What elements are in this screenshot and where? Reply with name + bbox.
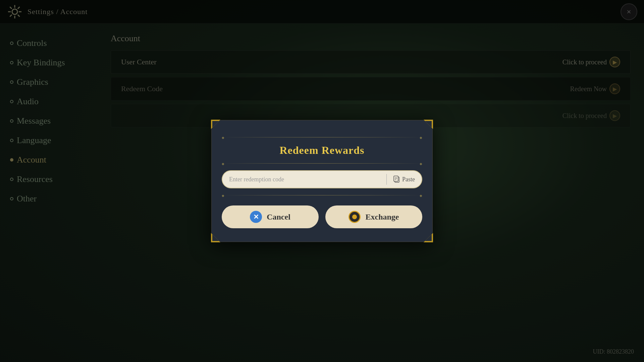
corner-tr	[424, 120, 433, 129]
exchange-button[interactable]: Exchange	[325, 205, 422, 228]
buttons-divider	[222, 195, 422, 195]
corner-bl	[211, 233, 220, 242]
svg-marker-14	[212, 234, 219, 241]
redeem-modal: Redeem Rewards Paste ✕ Cancel Exchange	[211, 120, 433, 242]
corner-br	[424, 233, 433, 242]
bottom-divider	[222, 163, 422, 164]
code-input-wrapper: Paste	[222, 170, 422, 188]
paste-button[interactable]: Paste	[387, 171, 422, 188]
cancel-button[interactable]: ✕ Cancel	[222, 205, 319, 228]
top-divider	[222, 137, 422, 137]
modal-title: Redeem Rewards	[222, 144, 422, 157]
redemption-code-input[interactable]	[222, 171, 386, 188]
exchange-label: Exchange	[365, 213, 399, 222]
exchange-icon	[348, 211, 361, 223]
clipboard-icon	[393, 176, 400, 183]
corner-tl	[211, 120, 220, 129]
svg-marker-12	[425, 121, 432, 128]
cancel-icon: ✕	[250, 211, 262, 223]
modal-buttons: ✕ Cancel Exchange	[222, 205, 422, 228]
cancel-label: Cancel	[267, 213, 290, 222]
paste-label: Paste	[402, 176, 415, 183]
svg-marker-10	[212, 121, 219, 128]
svg-marker-16	[425, 234, 432, 241]
